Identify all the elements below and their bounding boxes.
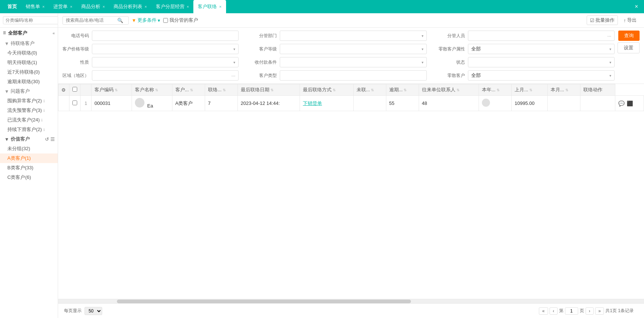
- horizontal-scrollbar[interactable]: [58, 299, 644, 303]
- nav-tab-home[interactable]: 首页: [3, 0, 21, 13]
- th-last-month[interactable]: 上月...⇅: [512, 84, 548, 96]
- per-page-label: 每页显示: [64, 308, 82, 314]
- th-last-date[interactable]: 最后联络日期⇅: [237, 84, 300, 96]
- scrollbar-thumb[interactable]: [117, 300, 411, 303]
- select-all-checkbox[interactable]: [72, 87, 77, 92]
- sidebar-search-input[interactable]: [3, 16, 58, 24]
- retail-attr-select[interactable]: 全部 ▾: [468, 44, 615, 54]
- chevron-down-icon: ▾: [609, 60, 611, 64]
- nav-tab-sales[interactable]: 销售单 ×: [21, 0, 49, 13]
- chevron-down-icon: ▾: [422, 60, 423, 64]
- sidebar-item-b-class[interactable]: B类客户(33): [0, 163, 58, 173]
- sidebar-item-tomorrow[interactable]: 明天待联络(1): [0, 58, 58, 67]
- th-name[interactable]: 客户名称⇅: [132, 84, 172, 96]
- settings-icon[interactable]: ☰: [50, 137, 55, 142]
- sidebar-item-ungrouped[interactable]: 未分组(32): [0, 144, 58, 153]
- my-customers-checkbox[interactable]: 我分管的客户: [163, 17, 198, 24]
- row-checkbox[interactable]: [72, 100, 77, 105]
- person-input[interactable]: ···: [468, 31, 615, 41]
- close-icon[interactable]: ×: [42, 4, 44, 9]
- th-code[interactable]: 客户编码⇅: [92, 84, 132, 96]
- query-button[interactable]: 查询: [618, 31, 640, 41]
- refresh-icon[interactable]: ↺: [45, 137, 49, 142]
- close-icon[interactable]: ×: [103, 4, 105, 9]
- close-all-button[interactable]: ×: [632, 2, 641, 11]
- th-contact-count[interactable]: 联络...⇅: [205, 84, 237, 96]
- th-overdue[interactable]: 逾期...⇅: [386, 84, 419, 96]
- first-page-button[interactable]: «: [539, 307, 548, 315]
- more-conditions-button[interactable]: ▼ 更多条件 ▾: [132, 17, 160, 24]
- per-page-select[interactable]: 50: [85, 307, 102, 315]
- sidebar-item-c-class[interactable]: C类客户(6): [0, 173, 58, 182]
- filter-search-wrap: 🔍: [62, 16, 129, 25]
- collapse-icon[interactable]: «: [53, 31, 55, 35]
- close-icon[interactable]: ×: [144, 4, 147, 9]
- settings-button[interactable]: 设置: [618, 42, 640, 53]
- my-customers-check[interactable]: [163, 18, 168, 23]
- avatar: [135, 98, 144, 107]
- filter-search-input[interactable]: [66, 18, 117, 23]
- sidebar-item-declining[interactable]: 持续下滑客户(2) ℹ: [0, 125, 58, 134]
- sidebar-item-churn-warn[interactable]: 流失预警客户(3) ℹ: [0, 106, 58, 115]
- nav-tab-goods-list[interactable]: 商品分析列表 ×: [109, 0, 151, 13]
- retail-select[interactable]: 全部 ▾: [468, 70, 615, 81]
- page-number-input[interactable]: [565, 307, 578, 315]
- sidebar-item-today[interactable]: 今天待联络(0): [0, 48, 58, 58]
- customer-level-select[interactable]: ▾: [280, 44, 426, 54]
- price-level-select[interactable]: ▾: [92, 44, 239, 54]
- th-type[interactable]: 客户...⇅: [172, 84, 205, 96]
- payment-select[interactable]: ▾: [280, 57, 426, 67]
- close-icon[interactable]: ×: [219, 4, 221, 9]
- th-last-method[interactable]: 最后联络方式⇅: [300, 84, 354, 96]
- filter-bar: 🔍 ▼ 更多条件 ▾ 我分管的客户 ☑ 批量操作 ↑ 导出: [58, 13, 644, 28]
- next-page-button[interactable]: ›: [586, 307, 594, 315]
- group-value-customers: ▼ 价值客户 ↺ ☰: [0, 134, 58, 144]
- sidebar-item-overdue[interactable]: 逾期未联络(30): [0, 77, 58, 86]
- th-contact-person[interactable]: 往来单位联系人⇅: [419, 84, 479, 96]
- status-select[interactable]: ▾: [468, 57, 615, 67]
- nav-tab-customer-segment[interactable]: 客户分层经营 ×: [151, 0, 193, 13]
- sidebar-item-a-class[interactable]: A类客户(1): [0, 153, 58, 163]
- group-pending-contact[interactable]: ▼ 待联络客户: [0, 39, 58, 48]
- th-this-year[interactable]: 本年...⇅: [479, 84, 512, 96]
- export-button[interactable]: ↑ 导出: [621, 16, 640, 25]
- customer-table: ⚙ 客户编码⇅ 客户名称⇅ 客户...⇅ 联络...⇅ 最后联络日期⇅ 最后联络…: [58, 84, 644, 111]
- sidebar-item-hoarder[interactable]: 囤购异常客户(2) ℹ: [0, 96, 58, 106]
- nav-tab-purchase[interactable]: 进货单 ×: [49, 0, 76, 13]
- customer-type-input[interactable]: [280, 70, 426, 81]
- main-layout: 🔍 ⠿ 全部客户 « ▼ 待联络客户 今天待联络(0) 明天待联络(1) 近7天…: [0, 13, 644, 318]
- barcode-icon[interactable]: ⬛: [627, 100, 633, 106]
- search-icon[interactable]: 🔍: [117, 18, 123, 23]
- nature-select[interactable]: ▾: [92, 57, 239, 67]
- sidebar-search-area: 🔍: [0, 13, 58, 28]
- region-input[interactable]: ···: [92, 70, 239, 81]
- dept-select[interactable]: ▾: [280, 31, 426, 41]
- chat-icon[interactable]: 💬: [618, 100, 625, 106]
- last-page-button[interactable]: »: [595, 307, 604, 315]
- sidebar-all-customers[interactable]: ⠿ 全部客户 «: [0, 28, 58, 39]
- sort-icon: ⇅: [190, 88, 193, 92]
- sidebar: 🔍 ⠿ 全部客户 « ▼ 待联络客户 今天待联络(0) 明天待联络(1) 近7天…: [0, 13, 58, 318]
- nav-tab-goods-analysis[interactable]: 商品分析 ×: [77, 0, 109, 13]
- batch-ops-button[interactable]: ☑ 批量操作: [587, 15, 618, 25]
- price-level-label: 客户价格等级: [62, 46, 92, 52]
- sort-icon: ⇅: [271, 88, 273, 92]
- close-icon[interactable]: ×: [187, 4, 189, 9]
- chevron-down-icon: ▾: [233, 47, 235, 51]
- chevron-down-icon: ▾: [609, 74, 611, 78]
- th-settings[interactable]: ⚙: [58, 84, 69, 96]
- phone-input[interactable]: [92, 31, 239, 41]
- sidebar-item-7days[interactable]: 近7天待联络(0): [0, 67, 58, 77]
- last-method-link[interactable]: 下销货单: [303, 100, 322, 106]
- sidebar-item-churned[interactable]: 已流失客户(24) ℹ: [0, 115, 58, 125]
- prev-page-button[interactable]: ‹: [550, 307, 558, 315]
- nav-tab-customer-contact[interactable]: 客户联络 ×: [193, 0, 226, 13]
- filter-cell-phone: 电话号码: [62, 31, 239, 41]
- close-icon[interactable]: ×: [70, 4, 72, 9]
- region-label: 区域（地区）: [62, 73, 92, 79]
- th-no-contact[interactable]: 未联...⇅: [353, 84, 386, 96]
- th-this-month[interactable]: 本月...⇅: [547, 84, 580, 96]
- group-problem-customers[interactable]: ▼ 问题客户: [0, 86, 58, 96]
- td-this-month: [580, 96, 615, 111]
- td-overdue2: 48: [419, 96, 479, 111]
